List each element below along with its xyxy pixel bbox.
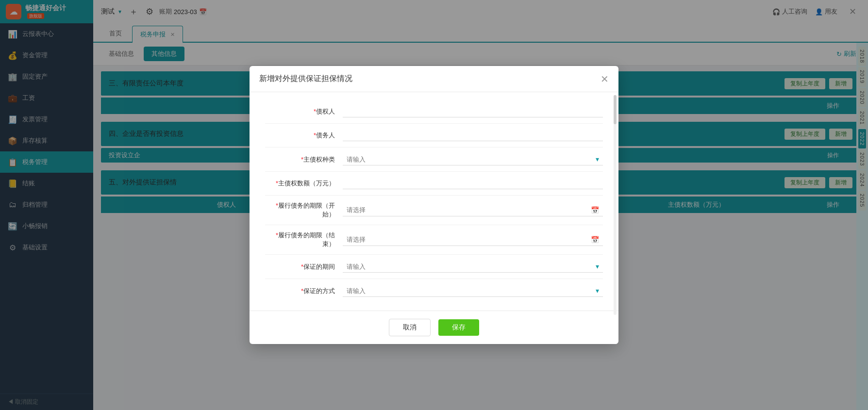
modal-title: 新增对外提供保证担保情况 [259,74,352,84]
field-debt-type: *主债权种类 ▾ [265,148,603,172]
modal: 新增对外提供保证担保情况 ✕ *债权人 *债务人 * [250,66,618,344]
debtor-input[interactable] [343,130,603,141]
guarantee-period-label: *保证的期间 [265,262,343,271]
date-start-picker[interactable]: 📅 [343,204,603,216]
field-debt-amount: *主债权数额（万元） [265,172,603,196]
guarantee-period-input[interactable] [347,263,596,270]
creditor-input[interactable] [343,106,603,117]
save-button[interactable]: 保存 [438,319,479,336]
field-guarantee-period: *保证的期间 ▾ [265,255,603,279]
field-date-end: *履行债务的期限（结束） 📅 [265,225,603,255]
date-end-label: *履行债务的期限（结束） [265,231,343,248]
modal-body: *债权人 *债务人 *主债权种类 ▾ [250,92,618,311]
guarantee-method-input[interactable] [347,287,596,295]
debtor-label: *债务人 [265,131,343,140]
field-debtor: *债务人 [265,124,603,148]
field-guarantee-method: *保证的方式 ▾ [265,279,603,303]
date-end-input[interactable] [347,236,591,243]
modal-scrollbar-thumb [614,95,617,124]
debt-type-input[interactable] [347,156,596,163]
modal-scrollbar [614,95,617,315]
chevron-down-period-icon: ▾ [596,262,599,270]
calendar-start-icon: 📅 [591,206,599,214]
debt-amount-input[interactable] [343,178,603,189]
guarantee-period-select[interactable]: ▾ [343,261,603,273]
cancel-button[interactable]: 取消 [389,319,431,336]
debt-amount-label: *主债权数额（万元） [265,179,343,188]
required-mark: * [314,108,316,115]
chevron-down-method-icon: ▾ [596,287,599,295]
guarantee-method-label: *保证的方式 [265,287,343,295]
date-end-picker[interactable]: 📅 [343,234,603,246]
modal-footer: 取消 保存 [250,311,618,344]
debt-type-label: *主债权种类 [265,155,343,164]
guarantee-method-select[interactable]: ▾ [343,285,603,297]
date-start-input[interactable] [347,206,591,213]
chevron-down-icon: ▾ [596,155,599,163]
modal-header: 新增对外提供保证担保情况 ✕ [250,66,618,92]
required-mark: * [314,131,316,139]
modal-close-button[interactable]: ✕ [601,74,609,84]
field-date-start: *履行债务的期限（开始） 📅 [265,196,603,225]
modal-overlay: 新增对外提供保证担保情况 ✕ *债权人 *债务人 * [0,0,868,410]
calendar-end-icon: 📅 [591,236,599,244]
creditor-label: *债权人 [265,107,343,116]
debt-type-select[interactable]: ▾ [343,153,603,165]
field-creditor: *债权人 [265,100,603,124]
date-start-label: *履行债务的期限（开始） [265,201,343,219]
